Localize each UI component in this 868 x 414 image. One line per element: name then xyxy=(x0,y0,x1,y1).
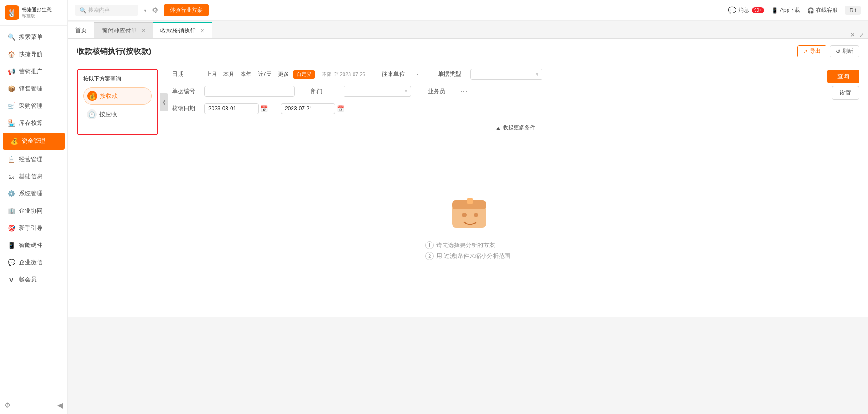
offset-date-label: 核销日期 xyxy=(172,105,197,113)
offset-date-range: 📅 — 📅 xyxy=(204,103,344,114)
marketing-icon: 📢 xyxy=(7,68,15,75)
logo-area: 🐰 畅捷通好生意 标推版 xyxy=(0,0,67,26)
collapse-more-btn[interactable]: ▲ 收起更多条件 xyxy=(172,120,859,135)
sidebar-item-inventory[interactable]: 🏪 库存核算 xyxy=(0,114,67,132)
settings-btn[interactable]: 设置 xyxy=(832,86,859,100)
tab-home[interactable]: 首页 xyxy=(68,22,94,38)
sales-icon: 📦 xyxy=(7,85,15,92)
sidebar-item-marketing[interactable]: 📢 营销推广 xyxy=(0,63,67,80)
svg-point-3 xyxy=(474,213,478,217)
filter-sidebar-title: 按以下方案查询 xyxy=(83,75,152,83)
date-filter-row: 日期 上月 本月 本年 近7天 更多 自定义 不限 至 xyxy=(172,69,827,80)
user-account[interactable]: Rit xyxy=(845,6,861,15)
offset-date-row: 核销日期 📅 — 📅 xyxy=(172,103,827,114)
topbar-gear-icon[interactable]: ⚙ xyxy=(152,6,158,14)
filter-option-by-receipt[interactable]: 💰 按收款 xyxy=(83,87,152,105)
funds-icon: 💰 xyxy=(10,138,18,145)
sidebar-item-purchase[interactable]: 🛒 采购管理 xyxy=(0,97,67,114)
search-menu-icon: 🔍 xyxy=(7,33,15,41)
date-this-year[interactable]: 本年 xyxy=(239,70,253,79)
date-range-dash: — xyxy=(271,105,277,112)
sidebar-item-operations[interactable]: 📋 经营管理 xyxy=(0,151,67,168)
tab-receipt-offset[interactable]: 收款核销执行 ✕ xyxy=(153,22,212,38)
sidebar-nav: 🔍 搜索菜单 🏠 快捷导航 📢 营销推广 📦 销售管理 🛒 采购管理 🏪 库存核… xyxy=(0,26,67,396)
refresh-btn[interactable]: ↺ 刷新 xyxy=(830,45,859,57)
sidebar-item-search-menu[interactable]: 🔍 搜索菜单 xyxy=(0,29,67,46)
empty-state: 1 请先选择要分析的方案 2 用[过滤]条件来缩小分析范围 xyxy=(68,160,868,281)
offset-date-end-cal-icon[interactable]: 📅 xyxy=(337,105,344,112)
date-custom-tag[interactable]: 自定义 xyxy=(293,70,315,79)
online-service-btn[interactable]: 🎧 在线客服 xyxy=(807,6,838,14)
page-content: 收款核销执行(按收款) ↗ 导出 ↺ 刷新 按以下方案查询 💰 按收款 xyxy=(68,39,868,414)
tab-prepay[interactable]: 预付冲应付单 ✕ xyxy=(94,22,153,38)
filter-option-by-receivable[interactable]: 🕐 按应收 xyxy=(83,106,152,123)
app-download-btn[interactable]: 📱 App下载 xyxy=(771,6,800,14)
topbar-chevron-icon[interactable]: ▾ xyxy=(144,7,146,14)
tab-prepay-close[interactable]: ✕ xyxy=(142,28,146,33)
date-no-limit-label: 不限 xyxy=(322,71,332,78)
tab-close-all-icon[interactable]: ✕ xyxy=(850,31,855,38)
filter-options-panel: 按以下方案查询 💰 按收款 🕐 按应收 ❮ xyxy=(77,69,158,135)
topbar: 🔍 搜索内容 ▾ ⚙ 体验行业方案 💬 消息 99+ 📱 App下载 🎧 在线客… xyxy=(68,0,868,21)
tab-expand-icon[interactable]: ⤢ xyxy=(859,31,864,38)
doc-type-select[interactable]: ▾ xyxy=(470,69,542,80)
dept-chevron-icon: ▾ xyxy=(405,88,407,95)
date-this-month[interactable]: 本月 xyxy=(222,70,236,79)
main-area: 🔍 搜索内容 ▾ ⚙ 体验行业方案 💬 消息 99+ 📱 App下载 🎧 在线客… xyxy=(68,0,868,414)
refresh-icon: ↺ xyxy=(836,48,840,55)
empty-illustration xyxy=(445,187,491,232)
sidebar-item-system[interactable]: ⚙️ 系统管理 xyxy=(0,185,67,202)
empty-hints: 1 请先选择要分析的方案 2 用[过滤]条件来缩小分析范围 xyxy=(425,241,510,263)
sidebar-item-funds[interactable]: 💰 资金管理 xyxy=(3,133,65,150)
counterparty-input[interactable]: ··· xyxy=(414,70,421,78)
app-name: 畅捷通好生意 xyxy=(22,6,52,13)
empty-state-area: 1 请先选择要分析的方案 2 用[过滤]条件来缩小分析范围 xyxy=(68,142,868,317)
sidebar-item-quick-nav[interactable]: 🏠 快捷导航 xyxy=(0,46,67,63)
svg-point-2 xyxy=(462,213,467,217)
filter-area: 按以下方案查询 💰 按收款 🕐 按应收 ❮ xyxy=(68,62,868,142)
sidebar-item-sales[interactable]: 📦 销售管理 xyxy=(0,80,67,97)
doc-type-chevron-icon: ▾ xyxy=(536,71,538,77)
app-icon: 📱 xyxy=(771,7,778,14)
offset-date-end-wrap: 📅 xyxy=(281,103,344,114)
date-no-limit-wrap: 不限 至 2023-07-26 xyxy=(322,71,365,78)
date-7days[interactable]: 近7天 xyxy=(256,70,274,79)
date-shortcuts: 上月 本月 本年 近7天 更多 自定义 xyxy=(204,70,315,79)
dept-select[interactable]: ▾ xyxy=(344,86,411,97)
guide-icon: 🎯 xyxy=(7,224,15,232)
sidebar-item-wechat[interactable]: 💬 企业微信 xyxy=(0,254,67,271)
doc-no-input[interactable] xyxy=(204,86,295,97)
sidebar-item-vip[interactable]: V 畅会员 xyxy=(0,271,67,288)
sidebar-settings-icon[interactable]: ⚙ xyxy=(5,401,11,409)
sidebar-item-guide[interactable]: 🎯 新手引导 xyxy=(0,219,67,237)
sidebar-item-basics[interactable]: 🗂 基础信息 xyxy=(0,168,67,185)
staff-input[interactable]: ··· xyxy=(460,87,467,95)
date-more[interactable]: 更多 xyxy=(276,70,291,79)
doc-filter-row: 单据编号 部门 ▾ 业务员 ··· xyxy=(172,86,827,97)
offset-date-end-input[interactable] xyxy=(281,103,335,114)
export-btn[interactable]: ↗ 导出 xyxy=(797,45,826,57)
sidebar-collapse-icon[interactable]: ◀ xyxy=(57,401,63,409)
page-header: 收款核销执行(按收款) ↗ 导出 ↺ 刷新 xyxy=(68,39,868,62)
topbar-search[interactable]: 🔍 搜索内容 xyxy=(75,5,138,16)
industry-btn[interactable]: 体验行业方案 xyxy=(164,4,209,16)
app-tag: 标推版 xyxy=(22,13,52,19)
home-icon: 🏠 xyxy=(7,51,15,58)
tab-receipt-offset-close[interactable]: ✕ xyxy=(200,28,204,34)
query-btn[interactable]: 查询 xyxy=(827,70,859,83)
wechat-icon: 💬 xyxy=(7,259,15,266)
sidebar-item-hardware[interactable]: 📱 智能硬件 xyxy=(0,237,67,254)
sidebar-item-enterprise[interactable]: 🏢 企业协同 xyxy=(0,202,67,219)
filter-query-area: 查询 设置 xyxy=(827,69,859,100)
offset-date-start-cal-icon[interactable]: 📅 xyxy=(260,105,268,112)
filter-main-rows: 日期 上月 本月 本年 近7天 更多 自定义 不限 至 xyxy=(172,69,827,120)
dept-label: 部门 xyxy=(311,87,336,95)
date-to-label: 至 2023-07-26 xyxy=(334,71,365,78)
by-receivable-icon: 🕐 xyxy=(87,109,97,119)
offset-date-start-input[interactable] xyxy=(204,103,259,114)
message-btn[interactable]: 💬 消息 99+ xyxy=(728,6,764,14)
empty-hint-1: 1 请先选择要分析的方案 xyxy=(425,241,510,249)
tab-bar: 首页 预付冲应付单 ✕ 收款核销执行 ✕ ✕ ⤢ xyxy=(68,21,868,39)
date-last-month[interactable]: 上月 xyxy=(204,70,219,79)
filter-sidebar-collapse[interactable]: ❮ xyxy=(160,93,168,111)
